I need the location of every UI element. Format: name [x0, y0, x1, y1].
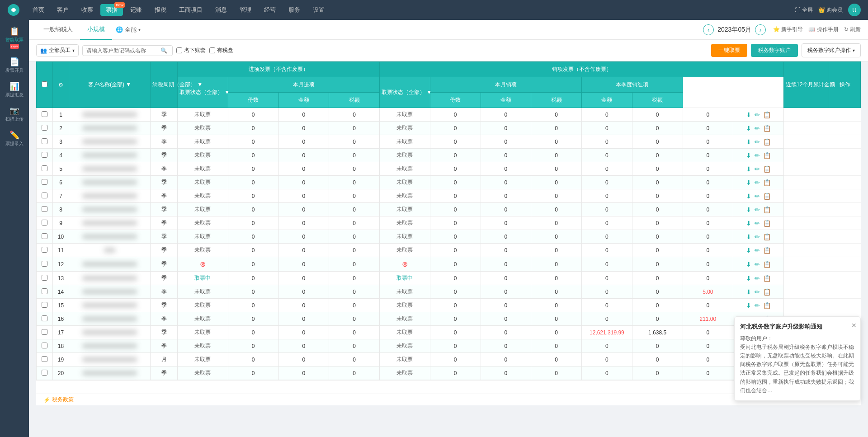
row-copy-btn[interactable]: 📋	[763, 125, 771, 132]
nav-settings[interactable]: 设置	[307, 4, 330, 16]
row-download-btn[interactable]: ⬇	[746, 261, 751, 268]
row-checkbox[interactable]	[42, 343, 47, 348]
row-copy-btn[interactable]: 📋	[763, 288, 771, 296]
row-download-btn[interactable]: ⬇	[746, 288, 751, 296]
sidebar-item-summary[interactable]: 📊 票据汇总	[2, 79, 27, 101]
sidebar-item-smartfetch[interactable]: 📋 智能取票 new	[2, 23, 27, 52]
nav-operate[interactable]: 经营	[259, 4, 281, 16]
row-client-name[interactable]: XXXXXXXXXXXXXXX	[69, 339, 151, 353]
row-edit-btn[interactable]: ✏	[755, 302, 760, 309]
row-edit-btn[interactable]: ✏	[755, 111, 760, 118]
nav-bookkeep[interactable]: 记账	[125, 4, 147, 16]
row-copy-btn[interactable]: 📋	[763, 193, 771, 200]
checkbox-taxbox[interactable]: 有税盘	[209, 47, 233, 54]
row-client-name[interactable]: XXXXXXXXXXXXXXX	[69, 285, 151, 299]
row-checkbox[interactable]	[42, 356, 47, 362]
row-edit-btn[interactable]: ✏	[755, 233, 760, 240]
row-checkbox[interactable]	[42, 220, 47, 226]
row-edit-btn[interactable]: ✏	[755, 288, 760, 296]
app-logo[interactable]	[7, 4, 20, 16]
row-checkbox[interactable]	[42, 233, 47, 239]
row-checkbox[interactable]	[42, 152, 47, 158]
row-edit-btn[interactable]: ✏	[755, 261, 760, 268]
period-prev-btn[interactable]: ‹	[703, 24, 714, 35]
row-edit-btn[interactable]: ✏	[755, 179, 760, 186]
row-copy-btn[interactable]: 📋	[763, 275, 771, 282]
nav-receive[interactable]: 收票	[76, 4, 99, 16]
row-client-name[interactable]: XXXXXXXXXXXXXXX	[69, 162, 151, 176]
row-copy-btn[interactable]: 📋	[763, 152, 771, 159]
refresh-btn[interactable]: ↻ 刷新	[844, 26, 861, 33]
digital-account-btn[interactable]: 税务数字账户	[751, 44, 798, 57]
row-download-btn[interactable]: ⬇	[746, 152, 751, 159]
sidebar-item-issue[interactable]: 📄 发票开具	[2, 54, 27, 77]
row-client-name[interactable]: XXXXXXXXXXXXXXX	[69, 326, 151, 339]
row-client-name[interactable]: XXXXXXXXXXXXXXX	[69, 108, 151, 122]
row-client-name[interactable]: XXXXXXXXXXXXXXX	[69, 299, 151, 312]
nav-service[interactable]: 服务	[283, 4, 306, 16]
digital-account-ops-btn[interactable]: 税务数字账户操作 ▾	[802, 43, 861, 57]
th-client-name[interactable]: 客户名称(全部) ▼	[69, 62, 151, 108]
row-client-name[interactable]: XXXXXXXXXXXXXXX	[69, 367, 151, 380]
employee-select[interactable]: 👥 全部员工 ▾	[36, 44, 79, 56]
notif-close-btn[interactable]: ✕	[851, 320, 857, 330]
row-copy-btn[interactable]: 📋	[763, 165, 771, 173]
sidebar-item-scan[interactable]: 📷 扫描上传	[2, 103, 27, 126]
row-checkbox[interactable]	[42, 370, 47, 376]
row-checkbox[interactable]	[42, 302, 47, 308]
row-checkbox[interactable]	[42, 275, 47, 281]
nav-tax[interactable]: 报税	[149, 4, 172, 16]
row-edit-btn[interactable]: ✏	[755, 152, 760, 159]
myaccount-checkbox[interactable]	[176, 47, 182, 53]
select-all-checkbox[interactable]	[42, 81, 47, 87]
row-download-btn[interactable]: ⬇	[746, 302, 751, 309]
row-edit-btn[interactable]: ✏	[755, 165, 760, 173]
row-client-name[interactable]: XXXXXXXXXXXXXXX	[69, 216, 151, 230]
row-client-name[interactable]: XXX	[69, 244, 151, 257]
th-period[interactable]: 纳税周期（全部） ▼	[151, 62, 178, 108]
row-download-btn[interactable]: ⬇	[746, 125, 751, 132]
th-out-status[interactable]: 取票状态（全部） ▼	[380, 77, 430, 108]
row-copy-btn[interactable]: 📋	[763, 111, 771, 118]
row-checkbox[interactable]	[42, 315, 47, 321]
row-download-btn[interactable]: ⬇	[746, 206, 751, 213]
tab-general[interactable]: 一般纳税人	[36, 20, 80, 40]
row-checkbox[interactable]	[42, 206, 47, 212]
row-client-name[interactable]: XXXXXXXXXXXXXXX	[69, 230, 151, 244]
row-edit-btn[interactable]: ✏	[755, 125, 760, 132]
row-client-name[interactable]: XXXXXXXXXXXXXXX	[69, 272, 151, 285]
manual-link[interactable]: 📖 操作手册	[808, 26, 838, 33]
row-copy-btn[interactable]: 📋	[763, 233, 771, 240]
user-avatar[interactable]: U	[848, 4, 861, 16]
row-download-btn[interactable]: ⬇	[746, 220, 751, 227]
row-edit-btn[interactable]: ✏	[755, 247, 760, 254]
nav-biz[interactable]: 工商项目	[174, 4, 208, 16]
row-download-btn[interactable]: ⬇	[746, 111, 751, 118]
sidebar-item-input[interactable]: ✏️ 票据录入	[2, 127, 27, 150]
row-checkbox[interactable]	[42, 193, 47, 198]
member-btn[interactable]: 👑 购会员	[818, 6, 843, 14]
search-icon[interactable]: 🔍	[160, 47, 167, 54]
row-client-name[interactable]: XXXXXXXXXXXXXXX	[69, 312, 151, 326]
row-checkbox[interactable]	[42, 125, 47, 131]
row-download-btn[interactable]: ⬇	[746, 233, 751, 240]
row-edit-btn[interactable]: ✏	[755, 193, 760, 200]
nav-ticket[interactable]: 票据 new	[100, 4, 123, 16]
row-checkbox[interactable]	[42, 247, 47, 253]
row-checkbox[interactable]	[42, 111, 47, 117]
row-checkbox[interactable]	[42, 165, 47, 171]
row-client-name[interactable]: XXXXXXXXXXXXXXX	[69, 176, 151, 189]
row-client-name[interactable]: XXXXXXXXXXXXXXX	[69, 149, 151, 162]
row-checkbox[interactable]	[42, 329, 47, 335]
row-edit-btn[interactable]: ✏	[755, 206, 760, 213]
row-client-name[interactable]: XXXXXXXXXXXXXXX	[69, 257, 151, 272]
row-edit-btn[interactable]: ✏	[755, 138, 760, 146]
fullscreen-btn[interactable]: ⛶ 全屏	[795, 6, 812, 14]
taxbox-checkbox[interactable]	[209, 47, 215, 53]
tab-small[interactable]: 小规模	[80, 20, 112, 40]
row-checkbox[interactable]	[42, 261, 47, 267]
row-checkbox[interactable]	[42, 138, 47, 144]
row-client-name[interactable]: XXXXXXXXXXXXXXX	[69, 122, 151, 135]
one-click-fetch-btn[interactable]: 一键取票	[711, 44, 747, 57]
guide-link[interactable]: ⭐ 新手引导	[773, 26, 803, 33]
